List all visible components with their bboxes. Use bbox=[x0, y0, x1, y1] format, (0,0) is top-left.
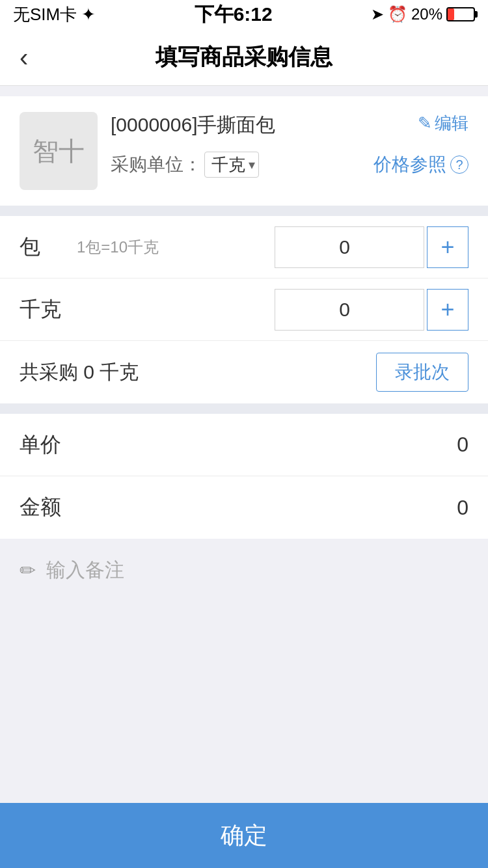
unit-price-row: 单价 0 bbox=[0, 414, 488, 476]
price-section: 单价 0 金额 0 bbox=[0, 414, 488, 539]
page-title: 填写商品采购信息 bbox=[156, 42, 332, 72]
navigation-icon: ➤ bbox=[371, 5, 384, 23]
edit-button[interactable]: ✎ 编辑 bbox=[418, 112, 468, 135]
amount-row: 金额 0 bbox=[0, 476, 488, 539]
total-label: 共采购 0 千克 bbox=[20, 359, 139, 386]
unit-price-label: 单价 bbox=[20, 431, 61, 459]
unit-price-value: 0 bbox=[457, 433, 468, 457]
kg-plus-button[interactable]: + bbox=[427, 289, 468, 331]
status-battery-area: ➤ ⏰ 20% bbox=[371, 5, 475, 23]
batch-button[interactable]: 录批次 bbox=[376, 353, 468, 392]
amount-value: 0 bbox=[457, 496, 468, 520]
package-plus-button[interactable]: + bbox=[427, 226, 468, 268]
status-bar: 无SIM卡 ✦ 下午6:12 ➤ ⏰ 20% bbox=[0, 0, 488, 29]
notes-section[interactable]: ✏ 输入备注 bbox=[0, 539, 488, 601]
price-reference-button[interactable]: 价格参照 ? bbox=[373, 152, 468, 177]
pencil-icon: ✏ bbox=[20, 559, 36, 582]
product-unit-row: 采购单位： 千克 包 ▾ 价格参照 ? bbox=[111, 152, 468, 178]
package-sublabel: 1包=10千克 bbox=[77, 237, 275, 258]
unit-label-text: 采购单位： 千克 包 ▾ bbox=[111, 152, 259, 178]
kg-label: 千克 bbox=[20, 295, 72, 324]
alarm-icon: ⏰ bbox=[388, 5, 407, 23]
status-time: 下午6:12 bbox=[195, 1, 273, 28]
package-quantity-input[interactable] bbox=[275, 226, 424, 268]
unit-select-wrapper[interactable]: 千克 包 ▾ bbox=[204, 152, 259, 178]
total-row: 共采购 0 千克 录批次 bbox=[0, 341, 488, 403]
kg-row: 千克 + bbox=[0, 278, 488, 341]
status-network: 无SIM卡 ✦ bbox=[13, 3, 96, 26]
package-label: 包 bbox=[20, 233, 72, 262]
product-image: 智十 bbox=[20, 112, 98, 190]
unit-select[interactable]: 千克 包 bbox=[204, 152, 259, 178]
product-name: [0000006]手撕面包 bbox=[111, 112, 275, 139]
product-logo: 智十 bbox=[33, 133, 85, 169]
edit-icon: ✎ bbox=[418, 113, 432, 133]
package-input-wrapper: + bbox=[275, 226, 468, 268]
amount-label: 金额 bbox=[20, 493, 61, 522]
battery-percent: 20% bbox=[411, 5, 442, 23]
product-header: [0000006]手撕面包 ✎ 编辑 bbox=[111, 112, 468, 139]
kg-input-wrapper: + bbox=[275, 289, 468, 331]
back-button[interactable]: ‹ bbox=[20, 44, 28, 70]
package-input-section: 包 1包=10千克 + 千克 + bbox=[0, 216, 488, 341]
nav-bar: ‹ 填写商品采购信息 bbox=[0, 29, 488, 86]
product-card: 智十 [0000006]手撕面包 ✎ 编辑 采购单位： 千克 包 bbox=[0, 96, 488, 206]
battery-icon bbox=[446, 7, 475, 21]
confirm-button[interactable]: 确定 bbox=[0, 803, 488, 868]
product-info: [0000006]手撕面包 ✎ 编辑 采购单位： 千克 包 ▾ bbox=[111, 112, 468, 178]
kg-quantity-input[interactable] bbox=[275, 289, 424, 331]
content-spacer bbox=[0, 601, 488, 796]
divider-2 bbox=[0, 403, 488, 414]
notes-placeholder: 输入备注 bbox=[46, 557, 124, 584]
info-icon: ? bbox=[450, 156, 468, 174]
package-row: 包 1包=10千克 + bbox=[0, 216, 488, 278]
divider-1 bbox=[0, 206, 488, 216]
